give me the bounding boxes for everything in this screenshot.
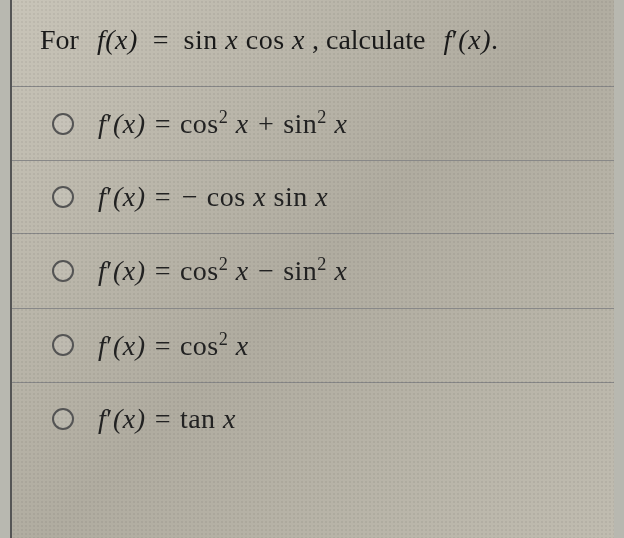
quiz-panel: For f(x) = sin x cos x , calculate f′(x)… bbox=[10, 0, 614, 538]
question-func-rhs: sin x cos x bbox=[184, 24, 305, 55]
option-row[interactable]: f′(x) = cos2 x bbox=[12, 309, 614, 383]
option-row[interactable]: f′(x) = cos2 x − sin2 x bbox=[12, 234, 614, 308]
question-func-lhs: f(x) bbox=[97, 24, 138, 55]
question-prefix: For bbox=[40, 24, 79, 55]
option-row[interactable]: f′(x) = tan x bbox=[12, 383, 614, 455]
option-label: f′(x) = tan x bbox=[98, 403, 236, 435]
question-suffix: , calculate bbox=[312, 24, 425, 55]
option-row[interactable]: f′(x) = cos2 x + sin2 x bbox=[12, 87, 614, 161]
option-label: f′(x) = cos2 x bbox=[98, 329, 249, 362]
radio-icon[interactable] bbox=[52, 334, 74, 356]
option-label: f′(x) = cos2 x − sin2 x bbox=[98, 254, 347, 287]
radio-icon[interactable] bbox=[52, 260, 74, 282]
question-text: For f(x) = sin x cos x , calculate f′(x)… bbox=[12, 0, 614, 87]
radio-icon[interactable] bbox=[52, 186, 74, 208]
question-target: f′(x) bbox=[443, 24, 491, 55]
option-row[interactable]: f′(x) = − cos x sin x bbox=[12, 161, 614, 234]
question-end: . bbox=[491, 24, 498, 55]
eq-sign: = bbox=[153, 24, 169, 55]
option-label: f′(x) = cos2 x + sin2 x bbox=[98, 107, 347, 140]
radio-icon[interactable] bbox=[52, 408, 74, 430]
radio-icon[interactable] bbox=[52, 113, 74, 135]
options-list: f′(x) = cos2 x + sin2 x f′(x) = − cos x … bbox=[12, 87, 614, 455]
option-label: f′(x) = − cos x sin x bbox=[98, 181, 328, 213]
